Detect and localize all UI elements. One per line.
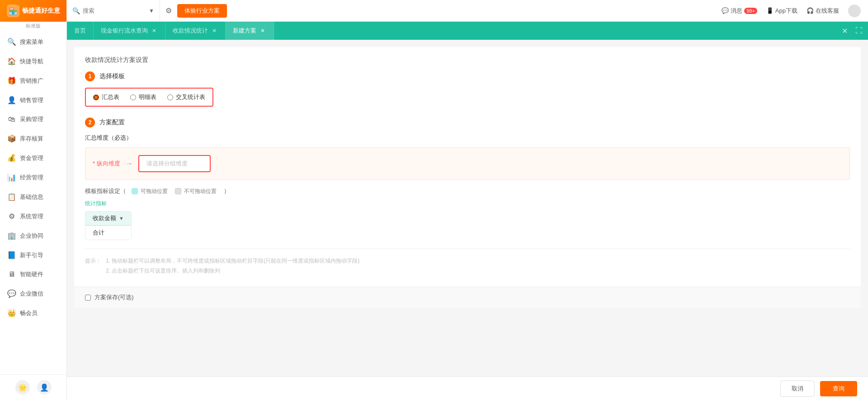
header-search: 🔍 ▼ <box>67 0 160 22</box>
config-card: 收款情况统计方案设置 1 选择模板 汇总表 明细表 交叉统计表 <box>74 47 861 308</box>
tab-home[interactable]: 首页 <box>67 22 94 40</box>
metrics-header: 模板指标设定（ 可拖动位置 不可拖动位置 ） <box>85 187 850 195</box>
sidebar-bottom-icon2[interactable]: 👤 <box>37 380 52 395</box>
sidebar-item-system[interactable]: ⚙ 系统管理 <box>0 207 66 226</box>
sidebar-item-hardware[interactable]: 🖥 智能硬件 <box>0 265 66 284</box>
industry-btn[interactable]: 体验行业方案 <box>177 4 227 18</box>
tab-home-label: 首页 <box>74 27 86 35</box>
tabs-actions: ✕ ⛶ <box>839 25 868 36</box>
tip2: 提示： 2. 点击标题栏下拉可设置排序、插入列和删除列 <box>85 266 850 276</box>
sidebar-item-finance[interactable]: 💰 资金管理 <box>0 148 66 168</box>
dimension-title: 汇总维度（必选） <box>85 134 850 142</box>
sidebar-item-label: 畅会员 <box>20 309 38 317</box>
download-label: App下载 <box>775 7 797 15</box>
metrics-header-text: 收款金额 <box>93 214 116 222</box>
radio-summary-input[interactable] <box>93 94 99 100</box>
dimension-area: * 纵向维度 → 请选择分组维度 <box>85 147 850 180</box>
sidebar-item-label: 快捷导航 <box>20 57 43 66</box>
dimension-row: * 纵向维度 → 请选择分组维度 <box>93 155 842 172</box>
sidebar-item-sales[interactable]: 👤 销售管理 <box>0 90 66 110</box>
legend-close: ） <box>224 187 230 195</box>
radio-crosstab[interactable]: 交叉统计表 <box>167 93 205 101</box>
radio-crosstab-input[interactable] <box>167 94 173 100</box>
settings-icon[interactable]: ⚙ <box>165 6 172 15</box>
tab-new-plan-close[interactable]: ✕ <box>259 27 266 34</box>
metrics-table-row: 合计 <box>85 226 131 240</box>
tab-bank-label: 现金银行流水查询 <box>101 27 148 35</box>
required-star: * <box>93 160 95 167</box>
sidebar-item-purchase[interactable]: 🛍 采购管理 <box>0 110 66 129</box>
sidebar-item-label: 营销推广 <box>20 77 43 85</box>
legend-fixed-label: 不可拖动位置 <box>184 188 217 195</box>
download-item[interactable]: 📱 App下载 <box>766 7 797 15</box>
metrics-table-header[interactable]: 收款金额 ▼ <box>85 212 131 226</box>
money-icon: 💰 <box>7 154 16 162</box>
chat-icon: 💬 <box>7 289 16 298</box>
tab-new-plan[interactable]: 新建方案 ✕ <box>226 22 274 40</box>
sidebar-item-label: 企业协同 <box>20 232 43 240</box>
sidebar-item-label: 基础信息 <box>20 193 43 201</box>
sidebar-item-search[interactable]: 🔍 搜索菜单 <box>0 32 66 52</box>
tab-stats[interactable]: 收款情况统计 ✕ <box>165 22 226 40</box>
metrics-category-label: 统计指标 <box>85 200 850 207</box>
radio-summary[interactable]: 汇总表 <box>93 93 119 101</box>
cancel-button[interactable]: 取消 <box>780 381 815 397</box>
search-dropdown-btn[interactable]: ▼ <box>149 8 154 14</box>
step1-section: 1 选择模板 汇总表 明细表 交叉统计表 <box>85 71 850 107</box>
sidebar-item-operation[interactable]: 📊 经营管理 <box>0 168 66 187</box>
sidebar-item-wechat[interactable]: 💬 企业微信 <box>0 284 66 303</box>
dimension-selector[interactable]: 请选择分组维度 <box>138 155 211 172</box>
sidebar-item-label: 资金管理 <box>20 154 43 162</box>
search-input[interactable] <box>83 7 146 14</box>
step2-label: 方案配置 <box>99 118 125 127</box>
sidebar-item-marketing[interactable]: 🎁 营销推广 <box>0 71 66 90</box>
sidebar-item-basic[interactable]: 📋 基础信息 <box>0 187 66 207</box>
support-item[interactable]: 🎧 在线客服 <box>807 7 839 15</box>
user-icon: 👤 <box>7 96 16 104</box>
sidebar-item-enterprise[interactable]: 🏢 企业协同 <box>0 226 66 245</box>
sidebar-item-label: 采购管理 <box>20 115 43 123</box>
chart-icon: 📊 <box>7 173 16 182</box>
query-button[interactable]: 查询 <box>820 381 857 396</box>
save-checkbox[interactable] <box>85 295 91 301</box>
sidebar-item-member[interactable]: 👑 畅会员 <box>0 303 66 323</box>
save-option: 方案保存(可选) <box>74 287 861 308</box>
radio-detail[interactable]: 明细表 <box>130 93 156 101</box>
bottom-bar: 取消 查询 <box>67 376 868 400</box>
step1-label: 选择模板 <box>99 72 125 80</box>
tab-bank[interactable]: 现金银行流水查询 ✕ <box>94 22 165 40</box>
tab-bar: 首页 现金银行流水查询 ✕ 收款情况统计 ✕ 新建方案 ✕ ✕ ⛶ <box>67 22 868 40</box>
header-right: 💬 消息 99+ 📱 App下载 🎧 在线客服 <box>722 5 868 17</box>
sidebar-item-inventory[interactable]: 📦 库存核算 <box>0 129 66 148</box>
headphone-icon: 🎧 <box>807 7 814 14</box>
gift-icon: 🎁 <box>7 76 16 85</box>
sidebar-item-guide[interactable]: 📘 新手引导 <box>0 245 66 265</box>
sidebar-item-label: 库存核算 <box>20 135 43 143</box>
sidebar-item-quicknav[interactable]: 🏠 快捷导航 <box>0 52 66 71</box>
metrics-dropdown-icon[interactable]: ▼ <box>119 216 124 221</box>
radio-detail-label: 明细表 <box>139 93 156 101</box>
user-avatar[interactable] <box>848 5 861 17</box>
expand-tab-icon[interactable]: ⛶ <box>854 25 864 36</box>
tip1: 提示： 1. 拖动标题栏可以调整布局，不可跨维度或指标区域拖动栏目字段(只能在同… <box>85 256 850 266</box>
sidebar-item-label: 新手引导 <box>20 251 43 259</box>
tab-bank-close[interactable]: ✕ <box>151 27 158 34</box>
logo-icon: 🏪 <box>7 5 19 17</box>
message-item[interactable]: 💬 消息 99+ <box>722 7 757 15</box>
tab-stats-close[interactable]: ✕ <box>211 27 218 34</box>
radio-detail-input[interactable] <box>130 94 136 100</box>
sidebar-item-label: 智能硬件 <box>20 270 43 278</box>
sidebar-item-label: 销售管理 <box>20 96 43 104</box>
bag-icon: 🛍 <box>7 115 16 123</box>
step1-num: 1 <box>85 71 95 81</box>
step2-header: 2 方案配置 <box>85 118 850 127</box>
sidebar-item-label: 系统管理 <box>20 212 43 221</box>
metrics-title: 模板指标设定（ <box>85 187 126 195</box>
sidebar-bottom-icon1[interactable]: 🌟 <box>15 380 30 395</box>
building-icon: 🏢 <box>7 231 16 240</box>
book-icon: 📘 <box>7 251 16 259</box>
arrow-icon: → <box>126 160 133 168</box>
legend-draggable: 可拖动位置 <box>132 188 168 195</box>
message-icon: 💬 <box>722 7 729 14</box>
close-tab-icon[interactable]: ✕ <box>839 25 850 36</box>
